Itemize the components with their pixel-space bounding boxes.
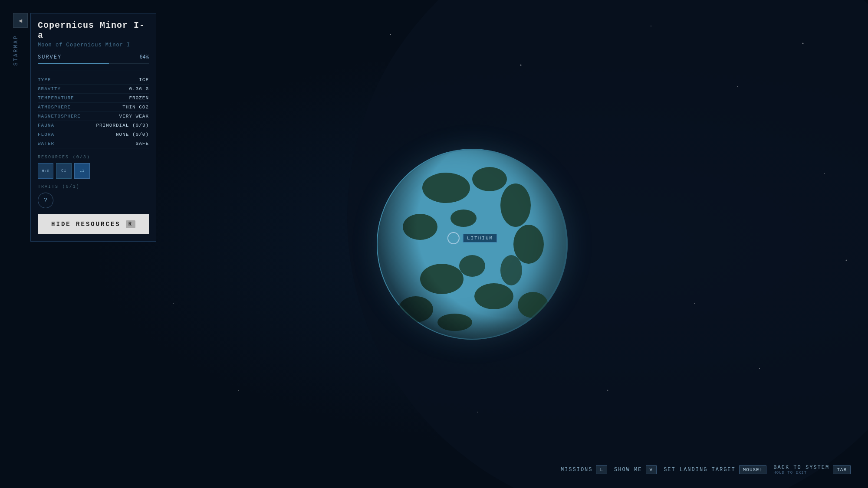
toolbar-missions: MISSIONS L <box>561 465 607 474</box>
sidebar-toggle-button[interactable]: ◀ <box>13 13 28 28</box>
stat-value-magnetosphere: VERY WEAK <box>119 114 149 119</box>
trait-unknown-icon[interactable]: ? <box>38 193 53 208</box>
stat-label-flora: FLORA <box>38 132 54 137</box>
info-panel: Copernicus Minor I-a Moon of Copernicus … <box>30 13 156 242</box>
starmap-label: STARMAP <box>13 35 19 66</box>
stat-label-type: TYPE <box>38 77 51 82</box>
resource-icons-list: H₂O Cl Li <box>38 163 149 179</box>
svg-point-1 <box>520 65 522 66</box>
stat-row-gravity: GRAVITY 0.36 G <box>38 85 149 94</box>
back-sub-label: HOLD TO EXIT <box>773 471 807 475</box>
stat-row-atmosphere: ATMOSPHERE THIN CO2 <box>38 103 149 112</box>
lithium-circle-icon <box>447 232 460 244</box>
stat-value-fauna: PRIMORDIAL (0/3) <box>96 123 149 128</box>
chevron-left-icon: ◀ <box>19 17 22 24</box>
stat-value-flora: NONE (0/0) <box>116 132 149 137</box>
svg-point-2 <box>651 26 651 26</box>
bottom-toolbar: MISSIONS L SHOW ME V SET LANDING TARGET … <box>561 465 851 475</box>
traits-section: TRAITS (0/1) ? <box>38 184 149 208</box>
show-me-label: SHOW ME <box>614 467 642 473</box>
resource-icon-h2o[interactable]: H₂O <box>38 163 53 179</box>
stat-row-temperature: TEMPERATURE FROZEN <box>38 94 149 103</box>
stat-row-flora: FLORA NONE (0/0) <box>38 130 149 139</box>
stats-table: TYPE ICE GRAVITY 0.36 G TEMPERATURE FROZ… <box>38 75 149 148</box>
lithium-label: LITHIUM <box>463 234 497 242</box>
planet-container: LITHIUM <box>377 149 568 340</box>
stat-row-water: WATER SAFE <box>38 139 149 148</box>
survey-bar-fill <box>38 63 109 64</box>
resources-count: (0/3) <box>73 155 90 160</box>
survey-section: SURVEY 64% <box>38 54 149 64</box>
planet-name: Copernicus Minor I-a <box>38 20 149 40</box>
svg-point-8 <box>173 303 174 304</box>
planet-globe: LITHIUM <box>377 149 568 340</box>
hide-resources-button[interactable]: HIDE RESOURCES R <box>38 214 149 234</box>
set-landing-label: SET LANDING TARGET <box>664 467 736 473</box>
traits-label: TRAITS <box>38 184 59 189</box>
back-to-system-labels: BACK TO SYSTEM HOLD TO EXIT <box>773 465 829 475</box>
hide-resources-key: R <box>126 220 135 228</box>
back-key[interactable]: TAB <box>833 465 851 474</box>
stat-value-atmosphere: THIN CO2 <box>122 105 149 110</box>
resource-icon-cl[interactable]: Cl <box>56 163 72 179</box>
planet-subtitle: Moon of Copernicus Minor I <box>38 42 149 48</box>
survey-bar-background <box>38 63 149 64</box>
svg-point-11 <box>846 260 847 261</box>
stat-label-magnetosphere: MAGNETOSPHERE <box>38 114 81 119</box>
svg-point-10 <box>759 368 760 369</box>
survey-label: SURVEY <box>38 54 62 60</box>
resource-icon-li[interactable]: Li <box>74 163 90 179</box>
stat-value-water: SAFE <box>136 141 149 146</box>
back-label: BACK TO SYSTEM <box>773 465 829 471</box>
svg-point-4 <box>802 43 804 44</box>
svg-point-5 <box>824 173 825 174</box>
toolbar-back-to-system: BACK TO SYSTEM HOLD TO EXIT TAB <box>773 465 851 475</box>
svg-point-9 <box>238 390 239 391</box>
stat-label-atmosphere: ATMOSPHERE <box>38 105 71 110</box>
svg-point-12 <box>477 412 478 413</box>
stat-value-temperature: FROZEN <box>129 95 149 101</box>
stat-row-fauna: FAUNA PRIMORDIAL (0/3) <box>38 121 149 130</box>
traits-header: TRAITS (0/1) <box>38 184 149 189</box>
svg-point-0 <box>390 34 391 35</box>
toolbar-set-landing: SET LANDING TARGET MOUSE↑ <box>664 465 766 474</box>
trait-unknown-symbol: ? <box>44 197 47 204</box>
svg-point-7 <box>607 390 608 391</box>
stat-label-temperature: TEMPERATURE <box>38 95 74 101</box>
show-me-key[interactable]: V <box>646 465 657 474</box>
svg-point-6 <box>694 303 695 304</box>
svg-point-3 <box>737 86 738 87</box>
traits-count: (0/1) <box>62 184 80 189</box>
lithium-marker[interactable]: LITHIUM <box>447 232 497 244</box>
resources-section: RESOURCES (0/3) H₂O Cl Li <box>38 154 149 179</box>
stat-label-fauna: FAUNA <box>38 123 54 128</box>
resources-label: RESOURCES <box>38 155 69 160</box>
stat-value-type: ICE <box>139 77 149 82</box>
stat-row-type: TYPE ICE <box>38 75 149 85</box>
stat-value-gravity: 0.36 G <box>129 86 149 92</box>
resources-header: RESOURCES (0/3) <box>38 154 149 160</box>
missions-key[interactable]: L <box>596 465 607 474</box>
survey-percentage: 64% <box>139 54 149 60</box>
set-landing-key[interactable]: MOUSE↑ <box>739 465 767 474</box>
toolbar-show-me: SHOW ME V <box>614 465 657 474</box>
missions-label: MISSIONS <box>561 467 593 473</box>
hide-resources-label: HIDE RESOURCES <box>51 221 121 228</box>
stat-label-gravity: GRAVITY <box>38 86 61 92</box>
stat-row-magnetosphere: MAGNETOSPHERE VERY WEAK <box>38 112 149 121</box>
stat-label-water: WATER <box>38 141 54 146</box>
divider-1 <box>38 71 149 71</box>
